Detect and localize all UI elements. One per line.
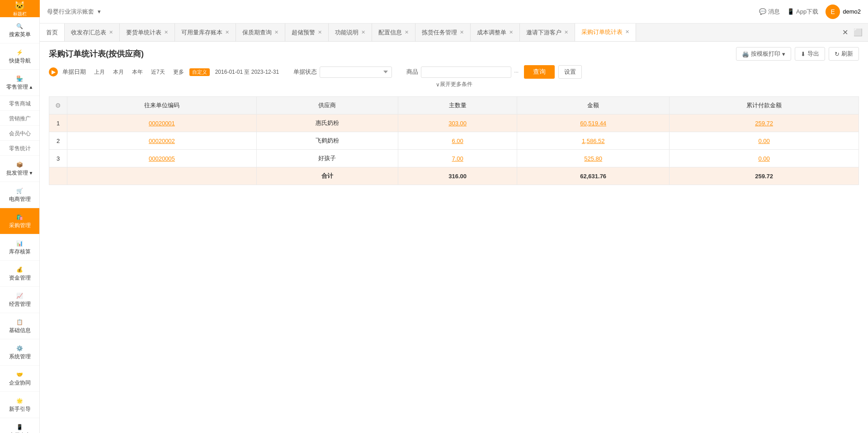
row-supplier: 惠氏奶粉 xyxy=(256,114,398,132)
row-paid[interactable]: 259.72 xyxy=(670,114,859,132)
tab-purchase-summary[interactable]: 采购订单统计表 ✕ xyxy=(575,24,636,42)
row-supplier: 好孩子 xyxy=(256,150,398,167)
row-amount[interactable]: 525.80 xyxy=(517,150,670,167)
tab-close-icon[interactable]: ✕ xyxy=(625,29,629,35)
user-menu[interactable]: E demo2 xyxy=(826,5,861,19)
restore-tab-icon[interactable]: ⬜ xyxy=(852,26,864,38)
footer-label: 合计 xyxy=(256,167,398,185)
last-month-btn[interactable]: 上月 xyxy=(91,67,108,77)
tab-close-icon[interactable]: ✕ xyxy=(318,29,322,35)
table-row[interactable]: 3 00020005 好孩子 7.00 525.80 0.00 xyxy=(49,150,859,167)
sidebar-item-finance[interactable]: 💰 资金管理 xyxy=(0,261,39,287)
row-paid[interactable]: 0.00 xyxy=(670,132,859,150)
export-button[interactable]: ⬇ 导出 xyxy=(795,47,825,61)
col-gear[interactable]: ⚙ xyxy=(49,97,67,114)
tab-invite-downstream[interactable]: 邀请下游客户 ✕ xyxy=(520,24,575,42)
sidebar-item-purchase[interactable]: 🛍️ 采购管理 xyxy=(0,208,39,234)
row-amount[interactable]: 1,586.52 xyxy=(517,132,670,150)
sidebar-item-quicknav[interactable]: ⚡ 快捷导航 xyxy=(0,43,39,70)
goods-more-icon[interactable]: ··· xyxy=(514,69,519,75)
sidebar-item-marketing[interactable]: 营销推广 xyxy=(0,111,39,126)
tab-close-icon[interactable]: ✕ xyxy=(564,29,568,35)
app-download-btn[interactable]: 📱 App下载 xyxy=(787,8,818,16)
tab-label: 邀请下游客户 xyxy=(526,29,561,37)
row-unit-code[interactable]: 00020002 xyxy=(67,132,257,150)
query-button[interactable]: 查询 xyxy=(524,65,555,79)
refresh-button[interactable]: ↻ 刷新 xyxy=(829,47,859,61)
row-unit-code[interactable]: 00020005 xyxy=(67,150,257,167)
sidebar-item-newguide[interactable]: 🌟 新手引导 xyxy=(0,392,39,418)
tab-picking-task[interactable]: 拣货任务管理 ✕ xyxy=(415,24,471,42)
tab-cost-adjust[interactable]: 成本调整单 ✕ xyxy=(471,24,520,42)
messages-btn[interactable]: 💬 消息 xyxy=(759,8,780,16)
last-7-days-btn[interactable]: 近7天 xyxy=(148,67,168,77)
goods-input[interactable] xyxy=(421,67,511,78)
tab-home[interactable]: 首页 xyxy=(40,24,65,42)
topbar: 母婴行业演示账套 ▾ 💬 消息 📱 App下载 E demo2 xyxy=(40,0,868,24)
row-qty[interactable]: 303.00 xyxy=(398,114,517,132)
collapse-filter-btn[interactable]: ▶ xyxy=(49,67,58,76)
store-icon: 🏪 xyxy=(16,76,23,82)
row-unit-code[interactable]: 00020001 xyxy=(67,114,257,132)
sidebar-item-retail[interactable]: 🏪 零售管理 ▲ xyxy=(0,70,39,96)
row-amount[interactable]: 60,519.44 xyxy=(517,114,670,132)
tab-close-icon[interactable]: ✕ xyxy=(405,29,409,35)
template-print-button[interactable]: 🖨️ 按模板打印 ▾ xyxy=(736,47,791,61)
cart-icon: 🛒 xyxy=(16,188,23,194)
sidebar-item-label: 经营管理 xyxy=(9,300,31,308)
sidebar-item-label: 快捷导航 xyxy=(9,57,31,65)
sidebar-item-label: 营销推广 xyxy=(9,115,31,123)
sidebar-item-basic[interactable]: 📋 基础信息 xyxy=(0,313,39,339)
tab-demand-stats[interactable]: 要货单统计表 ✕ xyxy=(120,24,175,42)
sidebar-item-retail-stats[interactable]: 零售统计 xyxy=(0,141,39,156)
row-qty[interactable]: 7.00 xyxy=(398,150,517,167)
tabs-actions: ✕ ⬜ xyxy=(840,26,868,38)
tab-close-icon[interactable]: ✕ xyxy=(164,29,168,35)
sidebar-item-inventory[interactable]: 📊 库存核算 xyxy=(0,234,39,261)
sidebar-item-members[interactable]: 会员中心 xyxy=(0,126,39,141)
settings-button[interactable]: 设置 xyxy=(558,65,582,79)
tab-receive-summary[interactable]: 收发存汇总表 ✕ xyxy=(65,24,120,42)
handshake-icon: 🤝 xyxy=(16,371,23,378)
tab-overstock-warning[interactable]: 超储预警 ✕ xyxy=(285,24,329,42)
tab-label: 要货单统计表 xyxy=(126,29,161,37)
sidebar-item-operations[interactable]: 📈 经营管理 xyxy=(0,287,39,313)
search-icon: 🔍 xyxy=(16,23,23,29)
tab-close-icon[interactable]: ✕ xyxy=(361,29,365,35)
this-month-btn[interactable]: 本月 xyxy=(110,67,127,77)
this-year-btn[interactable]: 本年 xyxy=(129,67,146,77)
sidebar-item-enterprise[interactable]: 🤝 企业协同 xyxy=(0,366,39,392)
operations-icon: 📈 xyxy=(16,293,23,299)
table-row[interactable]: 2 00020002 飞鹤奶粉 6.00 1,586.52 0.00 xyxy=(49,132,859,150)
tab-available-stock[interactable]: 可用量库存账本 ✕ xyxy=(175,24,236,42)
table-row[interactable]: 1 00020001 惠氏奶粉 303.00 60,519.44 259.72 xyxy=(49,114,859,132)
row-paid[interactable]: 0.00 xyxy=(670,150,859,167)
tab-function-desc[interactable]: 功能说明 ✕ xyxy=(329,24,372,42)
sidebar-item-ecommerce[interactable]: 🛒 电商管理 xyxy=(0,182,39,208)
sidebar-item-retail-mall[interactable]: 零售商城 xyxy=(0,96,39,111)
sidebar-item-appcenter[interactable]: 📱 应用中心 xyxy=(0,418,39,433)
tab-close-icon[interactable]: ✕ xyxy=(274,29,278,35)
tab-config-info[interactable]: 配置信息 ✕ xyxy=(372,24,415,42)
tab-label: 超储预警 xyxy=(292,29,315,37)
tab-expiry-query[interactable]: 保质期查询 ✕ xyxy=(236,24,285,42)
sidebar-item-system[interactable]: ⚙️ 系统管理 xyxy=(0,339,39,366)
sidebar-item-label: 企业协同 xyxy=(9,379,31,387)
more-date-btn[interactable]: 更多 xyxy=(170,67,187,77)
breadcrumb-dropdown[interactable]: ▾ xyxy=(98,8,101,15)
close-tab-icon[interactable]: ✕ xyxy=(840,26,850,38)
status-select[interactable] xyxy=(320,67,392,78)
custom-badge: 自定义 xyxy=(189,68,210,76)
main-area: 母婴行业演示账套 ▾ 💬 消息 📱 App下载 E demo2 首页 收发存汇总… xyxy=(40,0,868,433)
col-supplier: 供应商 xyxy=(256,97,398,114)
tab-close-icon[interactable]: ✕ xyxy=(460,29,464,35)
expand-more-btn[interactable]: ∨ 展开更多条件 xyxy=(49,81,859,88)
row-qty[interactable]: 6.00 xyxy=(398,132,517,150)
tab-close-icon[interactable]: ✕ xyxy=(109,29,113,35)
app-logo: 🐱 标题栏 xyxy=(0,0,40,17)
tab-close-icon[interactable]: ✕ xyxy=(225,29,229,35)
tab-close-icon[interactable]: ✕ xyxy=(509,29,513,35)
col-qty: 主数量 xyxy=(398,97,517,114)
sidebar-item-wholesale[interactable]: 📦 批发管理 ▼ xyxy=(0,156,39,182)
sidebar-item-search[interactable]: 🔍 搜索英单 xyxy=(0,17,39,43)
